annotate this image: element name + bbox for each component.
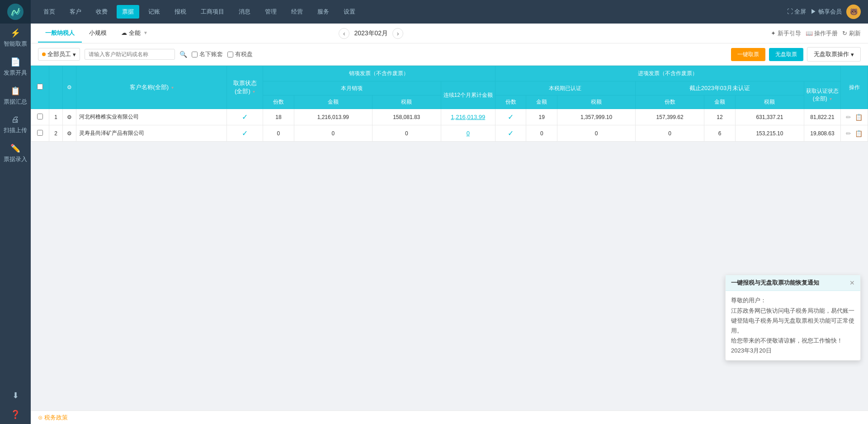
sidebar: ⚡ 智能取票 📄 发票开具 📋 票据汇总 🖨 扫描上传 ✏️ 票据录入 ⬇ ❓ — [0, 0, 31, 424]
has-disk-checkbox[interactable] — [227, 52, 233, 57]
row-checkbox[interactable] — [31, 109, 49, 125]
nav-message[interactable]: 消息 — [233, 5, 256, 19]
row-settings[interactable]: ⚙ — [63, 125, 76, 142]
prev-month-btn[interactable]: ‹ — [339, 28, 349, 39]
th-input-uncert: 截止2023年03月未认证 — [636, 81, 804, 95]
next-month-btn[interactable]: › — [392, 28, 403, 39]
row-index: 2 — [49, 125, 63, 142]
nav-tax[interactable]: 报税 — [169, 5, 192, 19]
th-sales-month: 本月销项 — [263, 81, 441, 95]
th-fetch-status: 取票状态 (全部) ▾ — [227, 66, 263, 109]
chevron-down-icon: ▾ — [73, 51, 76, 58]
topnav-right: ⛶ 全屏 ▶ 畅享会员 🐻 — [787, 5, 861, 19]
nav-customer[interactable]: 客户 — [64, 5, 87, 19]
copy-icon[interactable]: 📋 — [855, 114, 863, 121]
sidebar-item-scan-upload[interactable]: 🖨 扫描上传 — [0, 110, 31, 139]
select-all-checkbox[interactable] — [37, 84, 43, 90]
sidebar-item-help[interactable]: ❓ — [0, 405, 31, 424]
filter-icon[interactable]: ▾ — [253, 89, 255, 94]
sidebar-item-download[interactable]: ⬇ — [0, 386, 31, 405]
nav-invoice[interactable]: 票据 — [117, 5, 139, 19]
sidebar-bottom: ⬇ ❓ — [0, 386, 31, 424]
search-input[interactable] — [85, 49, 175, 60]
th-sales-amount: 金额 — [294, 95, 372, 109]
row-settings[interactable]: ⚙ — [63, 109, 76, 125]
nav-billing[interactable]: 收费 — [90, 5, 113, 19]
row-input-period-count: 19 — [526, 109, 557, 125]
sidebar-item-data-entry[interactable]: ✏️ 票据录入 — [0, 139, 31, 168]
row-sales-tax: 0 — [372, 125, 441, 142]
row-sales-count: 0 — [263, 125, 294, 142]
chevron-down-icon: ▼ — [143, 30, 148, 35]
filter-bar: 全部员工 ▾ 🔍 名下账套 有税盘 一键取票 无盘取票 无盘取票操作 ▾ — [31, 43, 868, 66]
row-input-period-amount: 0 — [557, 125, 636, 142]
topnav: 首页 客户 收费 票据 记账 报税 工商项目 消息 管理 经营 服务 设置 ⛶ … — [31, 0, 868, 24]
row-index: 1 — [49, 109, 63, 125]
page-content: 一般纳税人 小规模 ☁ 全能 ▼ ‹ 2023年02月 › — [31, 24, 868, 424]
nav-operation[interactable]: 经营 — [286, 5, 308, 19]
notification-close-button[interactable]: ✕ — [849, 279, 855, 286]
nav-service[interactable]: 服务 — [312, 5, 335, 19]
chevron-down-icon: ▾ — [851, 51, 854, 58]
row-input-period-tax: 157,399.62 — [636, 109, 704, 125]
invoice-table: ⚙ 客户名称(全部) ▾ 取票状态 (全部) ▾ 销项发票（不含作废票） 进项发… — [31, 66, 868, 142]
tab-bar-right: ✦ 新手引导 📖 操作手册 ↻ 刷新 — [771, 29, 861, 38]
my-accounts-checkbox[interactable] — [192, 52, 198, 57]
my-accounts-checkbox-label[interactable]: 名下账套 — [192, 50, 223, 58]
sidebar-item-issue-invoice[interactable]: 📄 发票开具 — [0, 52, 31, 81]
download-icon: ⬇ — [12, 391, 19, 400]
tax-policy-link[interactable]: ⊙ 税务政策 — [38, 414, 68, 422]
nav-settings[interactable]: 设置 — [338, 5, 361, 19]
th-input-uncert-amount: 金额 — [704, 95, 736, 109]
notif-line3: 给您带来的不便敬请谅解，祝您工作愉快！ — [731, 336, 855, 346]
edit-icon[interactable]: ✏ — [846, 114, 851, 121]
search-button[interactable]: 🔍 — [179, 51, 187, 58]
row-input-period-amount: 1,357,999.10 — [557, 109, 636, 125]
th-customer: 客户名称(全部) ▾ — [76, 66, 227, 109]
row-fetch-status: ✓ — [227, 109, 263, 125]
row-input-uncert-count: 6 — [704, 125, 736, 142]
filter-icon[interactable]: ▾ — [830, 96, 832, 101]
row-input-uncert-tax: 19,808.63 — [804, 125, 841, 142]
th-input-period-count: 份数 — [495, 95, 526, 109]
has-disk-checkbox-label[interactable]: 有税盘 — [227, 50, 253, 58]
tab-small[interactable]: 小规模 — [82, 24, 114, 43]
manual-link[interactable]: 📖 操作手册 — [806, 29, 838, 38]
th-sales-12month: 连续12个月累计金额 — [441, 81, 495, 109]
no-disk-ops-button[interactable]: 无盘取票操作 ▾ — [807, 47, 861, 62]
member-btn[interactable]: ▶ 畅享会员 — [811, 8, 842, 16]
employee-select[interactable]: 全部员工 ▾ — [38, 48, 80, 61]
copy-icon[interactable]: 📋 — [855, 130, 863, 137]
row-sales-amount: 1,216,013.99 — [294, 109, 372, 125]
orange-dot-icon — [42, 52, 46, 56]
user-avatar[interactable]: 🐻 — [846, 5, 861, 19]
edit-icon[interactable]: ✏ — [846, 130, 851, 137]
row-input-period-tax: 0 — [636, 125, 704, 142]
table-body: 1 ⚙ 河北柯橹椎实业有限公司 ✓ 18 1,216,013.99 158,08… — [31, 109, 868, 142]
tab-all[interactable]: ☁ 全能 ▼ — [114, 24, 155, 43]
notification-body: 尊敬的用户： 江苏政务网已恢访问电子税务局功能，易代账一键登陆电子税务局与无盘取… — [726, 291, 860, 360]
data-entry-icon: ✏️ — [10, 143, 20, 153]
notif-line1: 尊敬的用户： — [731, 295, 855, 305]
th-input-period-amount: 金额 — [526, 95, 557, 109]
filter-icon[interactable]: ▾ — [171, 85, 174, 90]
tab-general[interactable]: 一般纳税人 — [38, 24, 82, 43]
fullscreen-btn[interactable]: ⛶ 全屏 — [787, 8, 807, 16]
guide-link[interactable]: ✦ 新手引导 — [771, 29, 801, 38]
refresh-link[interactable]: ↻ 刷新 — [842, 29, 861, 38]
row-actions: ✏ 📋 — [841, 125, 868, 142]
nav-bookkeeping[interactable]: 记账 — [143, 5, 165, 19]
row-customer: 河北柯橹椎实业有限公司 — [76, 109, 227, 125]
row-input-cert-status: ✓ — [495, 109, 526, 125]
nav-management[interactable]: 管理 — [259, 5, 282, 19]
one-click-fetch-button[interactable]: 一键取票 — [731, 48, 765, 61]
nav-business[interactable]: 工商项目 — [195, 5, 230, 19]
th-input-period-tax: 税额 — [557, 95, 636, 109]
row-checkbox[interactable] — [31, 125, 49, 142]
sidebar-item-invoice-summary[interactable]: 📋 票据汇总 — [0, 81, 31, 110]
no-disk-fetch-button[interactable]: 无盘取票 — [769, 48, 803, 61]
sidebar-item-smart-fetch[interactable]: ⚡ 智能取票 — [0, 24, 31, 52]
nav-home[interactable]: 首页 — [38, 5, 61, 19]
row-input-period-count: 0 — [526, 125, 557, 142]
filter-bar-right: 一键取票 无盘取票 无盘取票操作 ▾ — [731, 47, 861, 62]
